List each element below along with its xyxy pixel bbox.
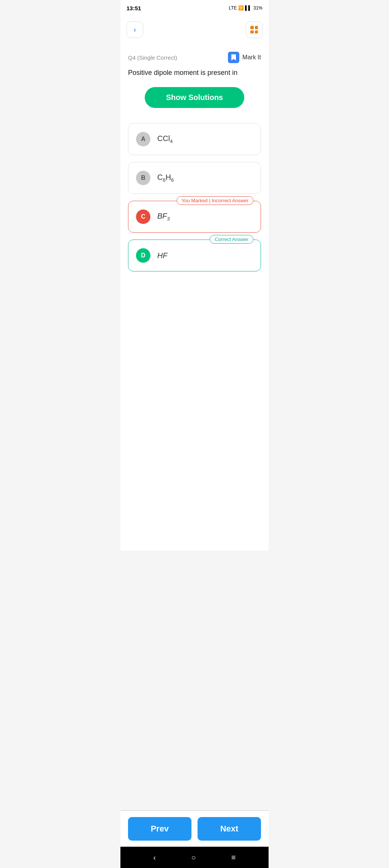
incorrect-badge: You Marked | Incorrect Answer bbox=[177, 196, 253, 205]
main-content: Q4 (Single Correct) Mark It Positive dip… bbox=[120, 44, 269, 551]
android-home-button[interactable]: ○ bbox=[185, 850, 202, 865]
status-icons: LTE 🛜 ▌▌ 31% bbox=[229, 5, 262, 11]
option-b-circle: B bbox=[136, 171, 150, 185]
status-time: 13:51 bbox=[127, 5, 141, 11]
option-d-wrapper: Correct Answer D HF bbox=[128, 240, 261, 271]
battery-indicator: 31% bbox=[253, 5, 262, 11]
option-d-text: HF bbox=[157, 251, 168, 260]
options-container: A CCl4 B C6H6 You Marked | Incorrect Ans… bbox=[128, 123, 261, 271]
bookmark-icon bbox=[228, 52, 239, 63]
option-b-wrapper: B C6H6 bbox=[128, 162, 261, 194]
option-a-wrapper: A CCl4 bbox=[128, 123, 261, 155]
grid-button[interactable] bbox=[246, 21, 262, 38]
back-chevron-icon: ‹ bbox=[134, 26, 136, 34]
option-a-circle: A bbox=[136, 132, 150, 146]
android-menu-button[interactable]: ≡ bbox=[225, 850, 242, 865]
option-d-circle: D bbox=[136, 248, 150, 263]
back-button[interactable]: ‹ bbox=[127, 21, 143, 38]
option-a-card[interactable]: A CCl4 bbox=[128, 123, 261, 155]
mark-it-label: Mark It bbox=[242, 54, 261, 61]
option-a-text: CCl4 bbox=[157, 134, 173, 144]
grid-cell-3 bbox=[250, 30, 254, 34]
question-meta: Q4 (Single Correct) Mark It bbox=[128, 44, 261, 68]
grid-cell-1 bbox=[250, 26, 254, 29]
grid-cell-4 bbox=[255, 30, 258, 34]
next-button[interactable]: Next bbox=[198, 817, 261, 841]
show-solutions-button[interactable]: Show Solutions bbox=[145, 87, 245, 108]
header-nav: ‹ bbox=[120, 15, 269, 44]
android-back-button[interactable]: ‹ bbox=[147, 850, 162, 865]
option-c-wrapper: You Marked | Incorrect Answer C BF3 bbox=[128, 201, 261, 233]
option-c-circle: C bbox=[136, 209, 150, 224]
grid-cell-2 bbox=[255, 26, 258, 29]
question-text: Positive dipole moment is present in bbox=[128, 68, 261, 78]
option-b-text: C6H6 bbox=[157, 173, 174, 183]
grid-icon bbox=[250, 26, 258, 33]
option-b-card[interactable]: B C6H6 bbox=[128, 162, 261, 194]
mark-it-button[interactable]: Mark It bbox=[228, 52, 261, 63]
correct-badge: Correct Answer bbox=[210, 235, 253, 244]
question-label: Q4 (Single Correct) bbox=[128, 54, 177, 61]
option-d-card[interactable]: D HF bbox=[128, 240, 261, 271]
signal-icons: LTE 🛜 ▌▌ bbox=[229, 5, 251, 11]
option-c-card[interactable]: C BF3 bbox=[128, 201, 261, 233]
option-c-text: BF3 bbox=[157, 212, 170, 222]
status-bar: 13:51 LTE 🛜 ▌▌ 31% bbox=[120, 0, 269, 15]
prev-button[interactable]: Prev bbox=[128, 817, 191, 841]
bottom-nav: Prev Next bbox=[120, 811, 269, 847]
android-nav-bar: ‹ ○ ≡ bbox=[120, 847, 269, 868]
